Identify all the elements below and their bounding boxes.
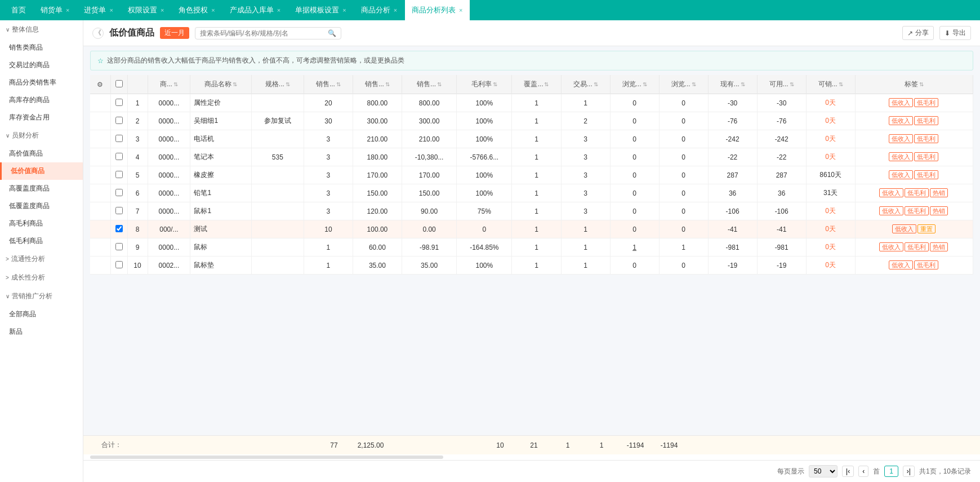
row-checkbox-cell[interactable]: [110, 202, 127, 220]
sidebar-item-high-coverage[interactable]: 高覆盖度商品: [0, 180, 83, 197]
sort-trade-icon[interactable]: ⇅: [594, 81, 598, 87]
sidebar-item-low-coverage[interactable]: 低覆盖度商品: [0, 197, 83, 215]
close-product-icon[interactable]: ×: [277, 7, 280, 14]
row-checkbox[interactable]: [115, 171, 123, 178]
close-template-icon[interactable]: ×: [342, 7, 346, 14]
sidebar-item-high-stock[interactable]: 高库存的商品: [0, 91, 83, 109]
nav-analysis[interactable]: 商品分析 ×: [354, 0, 404, 20]
col-available[interactable]: 可用...⇅: [757, 75, 806, 94]
sidebar-item-traded[interactable]: 交易过的商品: [0, 56, 83, 74]
nav-permission[interactable]: 权限设置 ×: [121, 0, 171, 20]
row-checkbox[interactable]: [115, 99, 123, 106]
sort-margin-icon[interactable]: ⇅: [493, 81, 497, 87]
row-checkbox-cell[interactable]: [110, 220, 127, 238]
share-button[interactable]: ↗ 分享: [902, 26, 934, 40]
row-checkbox[interactable]: [115, 225, 123, 232]
sort-cost-icon[interactable]: ⇅: [437, 81, 442, 87]
row-checkbox-cell[interactable]: [110, 130, 127, 148]
sidebar-item-high-value[interactable]: 高价值商品: [0, 145, 83, 162]
col-tags[interactable]: 标签⇅: [855, 75, 973, 94]
nav-role[interactable]: 角色授权 ×: [172, 0, 221, 20]
sort-amt-icon[interactable]: ⇅: [385, 81, 390, 87]
sidebar-group-marketing[interactable]: ∨ 营销推广分析: [0, 287, 83, 306]
close-analysis-list-icon[interactable]: ×: [459, 7, 462, 14]
col-sales-amt[interactable]: 销售...⇅: [353, 75, 402, 94]
nav-analysis-list[interactable]: 商品分析列表 ×: [405, 0, 469, 20]
sort-coverage-icon[interactable]: ⇅: [544, 81, 549, 87]
sort-name-icon[interactable]: ⇅: [233, 81, 237, 87]
close-permission-icon[interactable]: ×: [161, 7, 164, 14]
row-checkbox[interactable]: [115, 153, 123, 160]
sidebar-item-new-products[interactable]: 新品: [0, 323, 83, 341]
nav-sales[interactable]: 销货单 ×: [34, 0, 76, 20]
sidebar-item-low-margin[interactable]: 低毛利商品: [0, 232, 83, 250]
sort-qty-icon[interactable]: ⇅: [336, 81, 341, 87]
col-sales-cost[interactable]: 销售...⇅: [402, 75, 456, 94]
sort-current-icon[interactable]: ⇅: [741, 81, 745, 87]
close-purchase-icon[interactable]: ×: [109, 7, 113, 14]
sidebar-group-growth[interactable]: > 成长性分析: [0, 268, 83, 287]
sort-saleable-icon[interactable]: ⇅: [839, 81, 843, 87]
col-code[interactable]: 商...⇅: [148, 75, 190, 94]
row-checkbox-cell[interactable]: [110, 94, 127, 112]
col-margin[interactable]: 毛利率⇅: [457, 75, 512, 94]
col-settings[interactable]: ⚙: [90, 75, 110, 94]
search-input[interactable]: [200, 29, 324, 37]
next-page-button[interactable]: ›|: [903, 466, 915, 477]
row-checkbox-cell[interactable]: [110, 238, 127, 257]
first-page-button[interactable]: |‹: [842, 466, 854, 477]
nav-product-inbound[interactable]: 产成品入库单 ×: [223, 0, 287, 20]
col-sales-qty[interactable]: 销售...⇅: [304, 75, 353, 94]
row-checkbox[interactable]: [115, 261, 123, 268]
col-saleable[interactable]: 可销...⇅: [806, 75, 855, 94]
close-sales-icon[interactable]: ×: [66, 7, 69, 14]
sort-browse2-icon[interactable]: ⇅: [692, 81, 696, 87]
sidebar-item-low-value[interactable]: 低价值商品: [0, 162, 83, 180]
select-all-checkbox[interactable]: [115, 80, 123, 87]
col-trade[interactable]: 交易...⇅: [561, 75, 610, 94]
sidebar-group-overview[interactable]: ∨ 整体信息: [0, 20, 83, 39]
sort-available-icon[interactable]: ⇅: [790, 81, 794, 87]
col-coverage[interactable]: 覆盖...⇅: [512, 75, 561, 94]
row-checkbox[interactable]: [115, 189, 123, 196]
sort-spec-icon[interactable]: ⇅: [286, 81, 290, 87]
export-button[interactable]: ⬇ 导出: [939, 26, 971, 40]
close-analysis-icon[interactable]: ×: [394, 7, 397, 14]
sidebar-item-sales-products[interactable]: 销售类商品: [0, 39, 83, 56]
row-checkbox-cell[interactable]: [110, 148, 127, 166]
row-checkbox-cell[interactable]: [110, 257, 127, 275]
table-container[interactable]: ⚙ 商...⇅ 商品名称⇅ 规格...⇅ 销售...⇅ 销售...⇅ 销售...…: [90, 75, 973, 435]
sort-code-icon[interactable]: ⇅: [173, 81, 178, 87]
sort-tags-icon[interactable]: ⇅: [919, 81, 924, 87]
row-checkbox[interactable]: [115, 135, 123, 142]
prev-page-button[interactable]: ‹: [858, 466, 868, 477]
row-checkbox[interactable]: [115, 243, 123, 250]
col-current[interactable]: 现有...⇅: [708, 75, 757, 94]
nav-purchase[interactable]: 进货单 ×: [77, 0, 119, 20]
col-name[interactable]: 商品名称⇅: [190, 75, 251, 94]
col-browse2[interactable]: 浏览...⇅: [659, 75, 708, 94]
sidebar-item-high-margin[interactable]: 高毛利商品: [0, 215, 83, 232]
sidebar-item-stock-capital[interactable]: 库存资金占用: [0, 109, 83, 126]
sidebar-group-circulation[interactable]: > 流通性分析: [0, 250, 83, 268]
sidebar-group-financial[interactable]: ∨ 员财分析: [0, 126, 83, 145]
col-spec[interactable]: 规格...⇅: [251, 75, 304, 94]
row-checkbox[interactable]: [115, 207, 123, 214]
search-icon[interactable]: 🔍: [328, 29, 336, 37]
nav-template[interactable]: 单据模板设置 ×: [288, 0, 353, 20]
collapse-sidebar-button[interactable]: 《: [92, 28, 104, 39]
col-browse1[interactable]: 浏览...⇅: [610, 75, 659, 94]
row-checkbox-cell[interactable]: [110, 112, 127, 130]
per-page-select[interactable]: 50 100 200: [809, 465, 838, 477]
row-browse1[interactable]: 1: [610, 238, 659, 257]
sort-browse1-icon[interactable]: ⇅: [643, 81, 647, 87]
row-checkbox[interactable]: [115, 117, 123, 124]
nav-home[interactable]: 首页: [5, 0, 33, 20]
row-checkbox-cell[interactable]: [110, 166, 127, 184]
close-role-icon[interactable]: ×: [211, 7, 215, 14]
sidebar-item-all-products[interactable]: 全部商品: [0, 306, 83, 323]
row-checkbox-cell[interactable]: [110, 184, 127, 202]
sidebar-item-category-sales[interactable]: 商品分类销售率: [0, 74, 83, 91]
period-tag-button[interactable]: 近一月: [160, 27, 189, 39]
col-checkbox[interactable]: [110, 75, 127, 94]
